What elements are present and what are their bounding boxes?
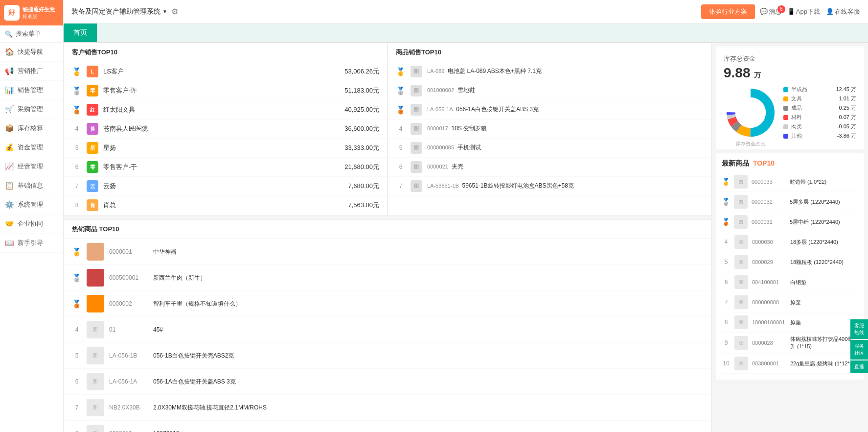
sidebar-logo: 好 畅捷通好生意 标准版 — [0, 0, 63, 25]
sidebar-item-kuaijie[interactable]: 🏠 快捷导航 — [0, 43, 63, 62]
customer-name: 零售客户-于 — [103, 163, 340, 171]
latest-product-code: 0000032 — [752, 199, 786, 205]
customer-value: 36,600.00元 — [344, 124, 379, 133]
latest-product-name: 18多层 (1220*2440) — [790, 239, 858, 246]
sidebar-item-xinshou[interactable]: 📖 新手引导 — [0, 234, 63, 253]
sales-icon: 📊 — [5, 86, 14, 95]
settings-gear-icon[interactable]: ⚙ — [171, 7, 178, 16]
latest-product-code: 0000031 — [752, 219, 786, 225]
online-service-button[interactable]: 👤 在线客服 — [826, 7, 860, 16]
latest-product-name: 封边带 (1.0*22) — [790, 178, 858, 186]
rank-number: 6 — [72, 378, 82, 385]
trial-button[interactable]: 体验行业方案 — [701, 4, 755, 19]
latest-rank-number: 8 — [722, 319, 731, 326]
float-btn-live[interactable]: 直播 — [850, 360, 868, 373]
legend-name: 材料 — [791, 114, 836, 121]
sidebar-item-kucun[interactable]: 📦 库存核算 — [0, 119, 63, 138]
customer-value: 21,680.00元 — [344, 163, 379, 171]
rank-avatar: 红 — [87, 104, 98, 116]
latest-product-name: 白钢垫 — [790, 279, 858, 286]
sidebar-item-qiye[interactable]: 🤝 企业协同 — [0, 215, 63, 234]
medal-icon: 🥉 — [396, 105, 406, 115]
rank-avatar: L — [87, 66, 98, 77]
float-btn-customer-service[interactable]: 客服热线 — [850, 319, 868, 339]
rank-number: 7 — [396, 183, 406, 190]
latest-product-row: 4 图 0000030 18多层 (1220*2440) — [722, 232, 858, 252]
customer-row: 5 星 星扬 33,333.00元 — [64, 139, 387, 158]
customer-value: 53,006.26元 — [344, 67, 379, 76]
hot-product-row: 8 图 0000011 12070519-xs — [64, 421, 711, 432]
latest-product-code: 0000029 — [752, 259, 786, 265]
donut-label: 库存资金占比 — [736, 141, 765, 147]
latest-product-name: 原奎 — [790, 299, 858, 306]
inventory-title: 库存总资金 — [724, 54, 856, 63]
latest-product-thumb: 图 — [734, 315, 748, 329]
product-sales-row: 6 图 0000021 夹壳 — [388, 158, 711, 177]
legend-item: 文具 1.01 万 — [783, 95, 856, 102]
product-name: 056-1B白色按键开关壳ABS2克 — [153, 352, 703, 360]
inventory-value: 9.88 万 — [724, 65, 856, 81]
legend-dot — [783, 96, 788, 101]
hot-product-row: 🥈 000500001 新西兰牛肉（新牛） — [64, 265, 711, 291]
product-sales-name: 0000017 10S 变刮罗狼 — [427, 125, 703, 133]
medal-icon: 🥉 — [72, 105, 82, 115]
product-sales-row: 🥉 图 LA-056-1A 056-1A白色按键开关盖ABS 3克 — [388, 100, 711, 120]
app-download-button[interactable]: 📱 App下载 — [787, 7, 820, 16]
product-name: 056-1A白色按键开关盖ABS 3克 — [153, 378, 703, 386]
product-sales-row: 7 图 LA-59651-1B 59651-1B旋转投影灯电池盒ABS黑色+58… — [388, 177, 711, 196]
product-sales-row: 5 图 000800005 手机测试 — [388, 139, 711, 158]
main-content: 装备及固定资产辅助管理系统 ▼ ⚙ 体验行业方案 💬 消息 6 📱 App下载 … — [64, 0, 868, 432]
mobile-icon: 📱 — [787, 8, 795, 15]
product-code: LA-056-1B — [109, 352, 148, 359]
latest-product-code: 004100001 — [752, 279, 786, 285]
sidebar-item-yingxiao[interactable]: 📢 营销推广 — [0, 62, 63, 81]
latest-products-list: 🥇 图 0000033 封边带 (1.0*22) 🥈 图 0000032 5层多… — [722, 172, 858, 374]
product-name: 中华神器 — [153, 248, 703, 256]
guide-icon: 📖 — [5, 239, 14, 247]
legend-item: 肉类 -0.05 万 — [783, 123, 856, 130]
latest-product-row: 🥇 图 0000033 封边带 (1.0*22) — [722, 172, 858, 192]
sidebar-item-caigou[interactable]: 🛒 采购管理 — [0, 100, 63, 119]
product-thumb: 图 — [411, 180, 422, 192]
product-name: 45# — [153, 326, 703, 333]
tab-home[interactable]: 首页 — [64, 24, 97, 42]
latest-product-row: 10 图 003800001 22g鱼豆腐-烧烤味 (1*12*20) — [722, 354, 858, 374]
sidebar-item-jichu[interactable]: 📋 基础信息 — [0, 176, 63, 195]
purchase-icon: 🛒 — [5, 105, 14, 114]
latest-product-thumb: 图 — [734, 255, 748, 269]
rank-number: 6 — [72, 164, 82, 170]
logo-icon: 好 — [4, 5, 20, 21]
legend-value: 12.45 万 — [836, 86, 856, 93]
product-thumbnail: 图 — [87, 347, 104, 364]
medal-icon: 🥉 — [722, 218, 730, 226]
messages-button[interactable]: 💬 消息 6 — [760, 7, 781, 16]
product-thumb: 图 — [411, 142, 422, 154]
donut-chart: 库存资金占比 — [724, 86, 777, 140]
rank-number: 5 — [72, 144, 82, 151]
sidebar-item-zijin[interactable]: 💰 资金管理 — [0, 138, 63, 157]
medal-icon: 🥉 — [72, 299, 82, 309]
float-btn-community[interactable]: 服务社区 — [850, 340, 868, 360]
sidebar-item-jingying[interactable]: 📈 经营管理 — [0, 157, 63, 176]
customer-value: 7,680.00元 — [348, 182, 379, 191]
sidebar-item-xiaoshou[interactable]: 📊 销售管理 — [0, 81, 63, 100]
inventory-icon: 📦 — [5, 124, 14, 133]
product-sales-name: 0000021 夹壳 — [427, 163, 703, 171]
customer-name: 零售客户-许 — [103, 86, 340, 95]
latest-rank-number: 9 — [722, 339, 731, 346]
product-name: 12070519-xs — [153, 430, 703, 432]
customer-name: LS客户 — [103, 67, 340, 76]
medal-icon: 🥈 — [722, 198, 730, 206]
inventory-card: 库存总资金 9.88 万 — [716, 47, 864, 149]
legend-dot — [783, 87, 788, 92]
search-menu[interactable]: 🔍 搜索菜单 — [0, 25, 63, 43]
chevron-down-icon: ▼ — [162, 9, 167, 14]
legend-item: 成品 0.25 万 — [783, 104, 856, 112]
rank-number: 8 — [72, 430, 82, 432]
product-code: 0000001 — [109, 248, 148, 255]
medal-icon: 🥇 — [72, 247, 82, 257]
sidebar-item-xitong[interactable]: ⚙️ 系统管理 — [0, 195, 63, 215]
system-dropdown[interactable]: 装备及固定资产辅助管理系统 ▼ — [71, 7, 167, 16]
latest-product-thumb: 图 — [734, 357, 748, 370]
product-sales-name: 000800005 手机测试 — [427, 144, 703, 152]
